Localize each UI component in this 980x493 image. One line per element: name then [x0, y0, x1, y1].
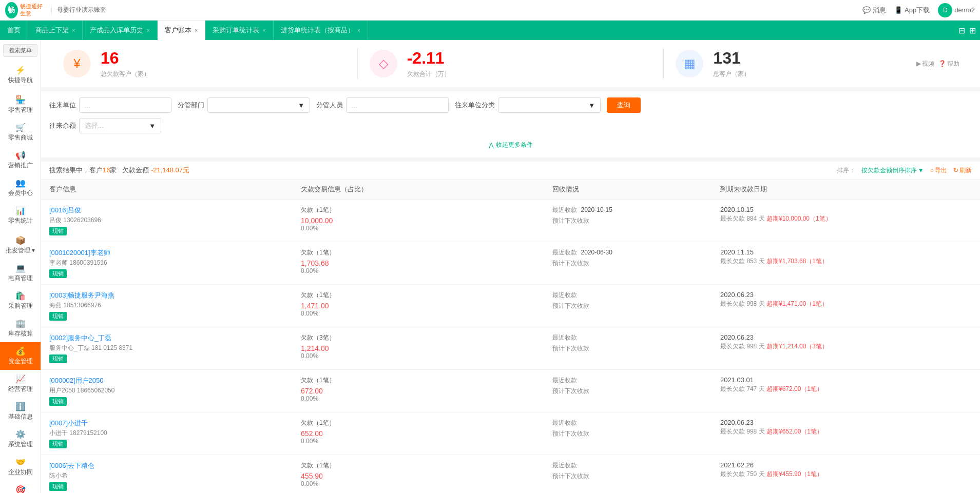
debt-cell-0: 欠款（1笔） 10,000.00 0.00%: [301, 206, 552, 232]
tab-max-icon[interactable]: ⊞: [969, 26, 976, 35]
customer-name-5[interactable]: [0007]小进千: [49, 419, 301, 428]
tab-home[interactable]: 首页: [0, 21, 28, 40]
debt-amount-2[interactable]: 1,471.00: [301, 302, 552, 310]
sidebar-item-basic-info[interactable]: ℹ️ 基础信息: [0, 398, 41, 425]
filter-input-person[interactable]: ...: [346, 97, 449, 113]
tab-bar: 首页 商品上下架 × 产成品入库单历史 × 客户账本 × 采购订单统计表 × 进…: [0, 21, 980, 40]
sidebar-item-marketing[interactable]: 📢 营销推广: [0, 146, 41, 174]
debt-ratio-4: 0.00%: [301, 395, 552, 402]
customer-name-4[interactable]: [000002]用户2050: [49, 376, 301, 385]
overdue-link-1[interactable]: 超期¥1,703.68（1笔）: [766, 258, 828, 265]
customer-name-1[interactable]: [0001020001]李老师: [49, 248, 301, 258]
sort-dropdown[interactable]: 按欠款金额倒序排序 ▼: [861, 166, 924, 175]
recovery-date-0: 2020-10-15: [581, 206, 612, 213]
sidebar-item-system[interactable]: ⚙️ 系统管理: [0, 425, 41, 453]
sidebar-item-newbie[interactable]: 🎯 新手引导: [0, 481, 41, 493]
debt-amount-1[interactable]: 1,703.68: [301, 259, 552, 267]
app-download-btn[interactable]: 📱 App下载: [894, 6, 930, 15]
debt-customers-icon: ¥: [63, 50, 91, 77]
result-customers: 16: [103, 166, 110, 174]
filter-select-category[interactable]: ▼: [498, 97, 601, 113]
search-button[interactable]: 查询: [607, 97, 641, 113]
customer-tag-4: 现销: [49, 397, 67, 406]
tab-production[interactable]: 产成品入库单历史 ×: [83, 21, 157, 40]
close-icon[interactable]: ×: [357, 27, 360, 33]
debt-count-5: 欠款（1笔）: [301, 419, 552, 427]
tab-inbound-stats[interactable]: 进货单统计表（按商品） ×: [274, 21, 368, 40]
refresh-btn[interactable]: ↻ 刷新: [953, 166, 972, 175]
sidebar-item-purchase[interactable]: 🛍️ 采购管理: [0, 287, 41, 314]
chevron-down-icon-sort: ▼: [918, 167, 924, 174]
debt-cell-4: 欠款（1笔） 672.00 0.00%: [301, 376, 552, 402]
result-actions: 排序： 按欠款金额倒序排序 ▼ ○ 导出 ↻ 刷新: [837, 166, 972, 175]
tab-purchase-order[interactable]: 采购订单统计表 ×: [205, 21, 273, 40]
collapse-btn[interactable]: ⋀ 收起更多条件: [49, 139, 972, 151]
overdue-link-3[interactable]: 超期¥1,214.00（3笔）: [766, 343, 828, 350]
tab-min-icon[interactable]: ⊟: [958, 26, 965, 35]
close-icon[interactable]: ×: [146, 27, 149, 33]
data-table: 客户信息 欠款交易信息（占比） 回收情况 到期未收款日期 [0016]吕俊 吕俊…: [41, 180, 980, 493]
sidebar-item-batch-mgmt[interactable]: 📦 批发管理 ▾: [0, 231, 41, 259]
overdue-link-6[interactable]: 超期¥455.90（1笔）: [766, 470, 823, 478]
overdue-link-0[interactable]: 超期¥10,000.00（1笔）: [766, 215, 832, 222]
customer-tag-5: 现销: [49, 440, 67, 448]
sidebar-item-retail-mall[interactable]: 🛒 零售商城: [0, 119, 41, 146]
sidebar-item-inventory[interactable]: 🏢 库存核算: [0, 314, 41, 342]
debt-amount-6[interactable]: 455.90: [301, 472, 552, 480]
help-btn[interactable]: ❓帮助: [938, 60, 959, 68]
close-icon[interactable]: ×: [262, 27, 265, 33]
video-btn[interactable]: ▶视频: [916, 60, 934, 68]
filter-input-unit[interactable]: ...: [79, 97, 171, 113]
col-due-date: 到期未收款日期: [720, 185, 972, 194]
sidebar-item-operations[interactable]: 📈 经营管理: [0, 370, 41, 398]
app-icon: 📱: [894, 6, 902, 14]
sidebar-item-ecommerce[interactable]: 💻 电商管理: [0, 259, 41, 287]
debt-amount-5[interactable]: 652.00: [301, 429, 552, 438]
sidebar-item-retail-stats[interactable]: 📊 零售统计: [0, 202, 41, 229]
customer-name-0[interactable]: [0016]吕俊: [49, 206, 301, 215]
recovery-label-6: 最近收款: [552, 461, 720, 470]
filter-input-person-dots: ...: [352, 102, 357, 109]
recovery-label-2: 最近收款: [552, 291, 720, 300]
total-customers-value: 131: [713, 49, 908, 68]
export-btn[interactable]: ○ 导出: [930, 166, 947, 175]
debt-amount-3[interactable]: 1,214.00: [301, 344, 552, 352]
summary-card-debt-customers: ¥ 16 总欠款客户（家）: [51, 48, 358, 79]
filter-select-dept[interactable]: ▼: [207, 97, 310, 113]
search-menu-btn[interactable]: 搜索菜单: [3, 44, 37, 57]
result-amount: -21,148.07元: [151, 166, 189, 174]
sidebar-item-enterprise[interactable]: 🤝 企业协同: [0, 453, 41, 481]
customer-phone-4: 用户2050 18665062050: [49, 386, 301, 395]
sidebar-item-member[interactable]: 👥 会员中心: [0, 174, 41, 202]
debt-amount-0[interactable]: 10,000.00: [301, 216, 552, 225]
customer-name-3[interactable]: [0002]服务中心_丁磊: [49, 333, 301, 343]
filter-select-balance[interactable]: 选择... ▼: [79, 118, 161, 133]
recovery-next-5: 预计下次收款: [552, 429, 720, 438]
debt-count-1: 欠款（1笔）: [301, 248, 552, 257]
customer-cell-1: [0001020001]李老师 李老师 18600391516 现销: [49, 248, 301, 278]
top-bar: 畅 畅捷通好生意 母婴行业演示账套 💬 消息 📱 App下载 D demo2: [0, 0, 980, 21]
due-overdue-1: 最长欠款 853 天 超期¥1,703.68（1笔）: [720, 257, 972, 266]
sidebar-item-finance[interactable]: 💰 资金管理: [0, 342, 41, 370]
message-btn[interactable]: 💬 消息: [862, 6, 886, 15]
customer-phone-2: 海燕 18513066976: [49, 301, 301, 310]
customer-name-2[interactable]: [0003]畅捷服务尹海燕: [49, 291, 301, 300]
tab-customer-account[interactable]: 客户账本 ×: [158, 21, 205, 40]
filter-item-dept: 分管部门 ▼: [178, 97, 310, 113]
close-icon[interactable]: ×: [72, 27, 75, 33]
tab-products[interactable]: 商品上下架 ×: [28, 21, 83, 40]
close-icon[interactable]: ×: [195, 27, 198, 33]
sidebar-item-retail-mgmt[interactable]: 🏪 零售管理: [0, 91, 41, 119]
debt-ratio-6: 0.00%: [301, 480, 552, 487]
overdue-link-2[interactable]: 超期¥1,471.00（1笔）: [766, 300, 828, 307]
due-date-5: 2020.06.23: [720, 419, 972, 426]
overdue-link-5[interactable]: 超期¥652.00（1笔）: [766, 428, 823, 435]
sidebar-item-quick-nav[interactable]: ⚡ 快捷导航: [0, 61, 41, 89]
debt-amount-4[interactable]: 672.00: [301, 387, 552, 395]
table-row: [0016]吕俊 吕俊 13026203696 现销 欠款（1笔） 10,000…: [41, 200, 980, 242]
recovery-label-1: 最近收款 2020-06-30: [552, 248, 720, 257]
customer-name-6[interactable]: [0006]去下粮仓: [49, 461, 301, 470]
table-row: [0001020001]李老师 李老师 18600391516 现销 欠款（1笔…: [41, 242, 980, 285]
user-menu[interactable]: D demo2: [938, 3, 975, 17]
overdue-link-4[interactable]: 超期¥672.00（1笔）: [766, 385, 823, 392]
